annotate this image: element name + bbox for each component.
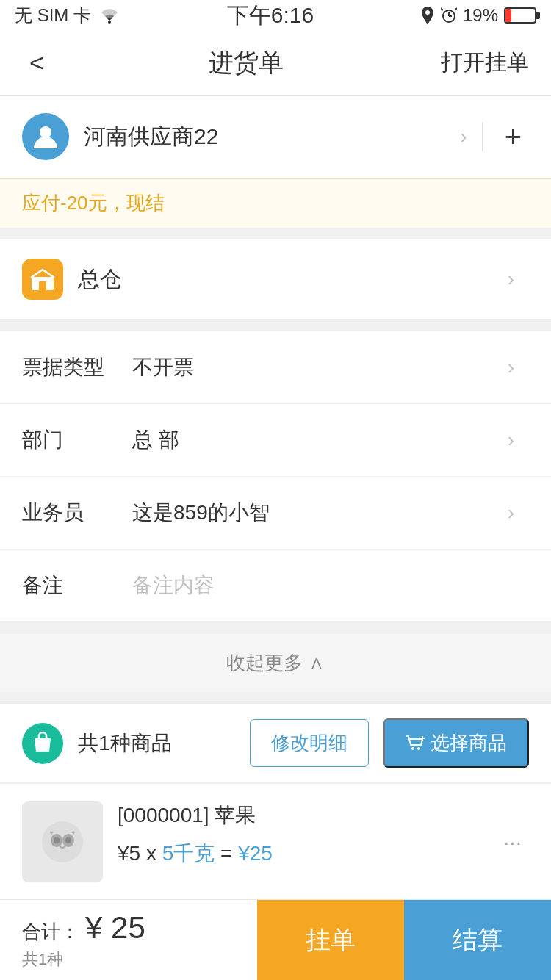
warehouse-section: 总仓 › — [0, 239, 551, 320]
bottom-bar: 合计： ¥ 25 共1种 挂单 结算 — [0, 899, 551, 980]
shopping-bag-icon — [30, 731, 55, 756]
location-icon — [420, 7, 435, 24]
svg-point-0 — [108, 21, 111, 24]
product-quantity: 5千克 — [162, 842, 215, 865]
owl-logo-icon — [40, 820, 84, 864]
salesperson-label: 业务员 — [22, 499, 118, 527]
cart-add-icon — [406, 735, 425, 752]
warehouse-row[interactable]: 总仓 › — [0, 239, 551, 320]
svg-point-8 — [417, 747, 420, 750]
svg-point-14 — [54, 837, 60, 843]
salesperson-chevron-icon: › — [508, 501, 514, 525]
remark-label: 备注 — [22, 572, 118, 599]
product-total: ¥25 — [238, 842, 273, 865]
svg-point-15 — [65, 837, 71, 843]
status-left: 无 SIM 卡 — [15, 4, 120, 27]
status-bar: 无 SIM 卡 下午6:16 19% — [0, 0, 551, 31]
back-button[interactable]: < — [22, 41, 51, 84]
warehouse-name: 总仓 — [78, 264, 508, 295]
edit-detail-button[interactable]: 修改明细 — [250, 719, 369, 767]
vertical-divider — [482, 122, 483, 151]
open-pending-button[interactable]: 打开挂单 — [441, 48, 529, 78]
supplier-row[interactable]: 河南供应商22 › + — [0, 96, 551, 178]
status-time: 下午6:16 — [227, 1, 314, 31]
bottom-total: 合计： ¥ 25 共1种 — [0, 900, 257, 980]
remark-value[interactable]: 备注内容 — [118, 572, 529, 599]
collapse-bar[interactable]: 收起更多 ∧ — [0, 634, 551, 692]
wifi-icon — [98, 7, 120, 24]
main-content: 河南供应商22 › + 应付-20元，现结 总仓 › 票据类型 不开票 › — [0, 96, 551, 980]
svg-point-4 — [40, 126, 51, 138]
alarm-icon — [441, 7, 457, 24]
add-supplier-button[interactable]: + — [497, 120, 529, 154]
total-count: 共1种 — [22, 948, 235, 970]
total-amount: ¥ 25 — [85, 910, 145, 945]
carrier-text: 无 SIM 卡 — [15, 4, 91, 27]
select-product-button[interactable]: 选择商品 — [383, 718, 529, 768]
product-thumbnail — [22, 801, 103, 882]
warehouse-chevron-icon: › — [508, 267, 514, 291]
total-label: 合计： ¥ 25 — [22, 910, 235, 945]
invoice-type-row[interactable]: 票据类型 不开票 › — [0, 331, 551, 404]
supplier-section: 河南供应商22 › + 应付-20元，现结 — [0, 96, 551, 228]
invoice-chevron-icon: › — [508, 356, 514, 379]
product-info: [0000001] 苹果 ¥5 x 5千克 = ¥25 — [118, 801, 481, 868]
svg-point-11 — [42, 821, 83, 862]
warehouse-icon-bg — [22, 259, 63, 300]
hang-order-button[interactable]: 挂单 — [257, 900, 404, 980]
product-price: ¥5 x 5千克 = ¥25 — [118, 840, 481, 868]
product-icon-bg — [22, 723, 63, 764]
supplier-chevron-icon: › — [460, 125, 467, 148]
department-chevron-icon: › — [508, 428, 514, 452]
warehouse-icon — [30, 267, 55, 292]
svg-point-7 — [411, 747, 414, 750]
form-section: 票据类型 不开票 › 部门 总 部 › 业务员 这是859的小智 › 备注 备注… — [0, 331, 551, 622]
nav-bar: < 进货单 打开挂单 — [0, 31, 551, 96]
supplier-name: 河南供应商22 — [84, 122, 460, 152]
product-name: [0000001] 苹果 — [118, 801, 481, 829]
select-product-label: 选择商品 — [431, 730, 507, 756]
department-row[interactable]: 部门 总 部 › — [0, 404, 551, 477]
status-right: 19% — [420, 5, 536, 26]
battery-icon — [504, 7, 536, 24]
person-icon — [31, 122, 60, 151]
department-label: 部门 — [22, 426, 118, 454]
checkout-button[interactable]: 结算 — [404, 900, 551, 980]
svg-rect-6 — [39, 281, 46, 290]
supplier-notice: 应付-20元，现结 — [0, 178, 551, 228]
invoice-type-value: 不开票 — [118, 353, 508, 381]
department-value: 总 部 — [118, 426, 508, 454]
supplier-avatar — [22, 113, 69, 160]
remark-row[interactable]: 备注 备注内容 — [0, 550, 551, 622]
page-title: 进货单 — [209, 46, 284, 80]
product-header: 共1种商品 修改明细 选择商品 — [0, 704, 551, 782]
product-more-button[interactable]: ··· — [496, 829, 529, 854]
salesperson-row[interactable]: 业务员 这是859的小智 › — [0, 477, 551, 550]
salesperson-value: 这是859的小智 — [118, 499, 508, 527]
product-count-label: 共1种商品 — [78, 729, 235, 757]
invoice-type-label: 票据类型 — [22, 353, 118, 381]
battery-percent: 19% — [463, 5, 498, 26]
product-item: [0000001] 苹果 ¥5 x 5千克 = ¥25 ··· — [0, 784, 551, 900]
